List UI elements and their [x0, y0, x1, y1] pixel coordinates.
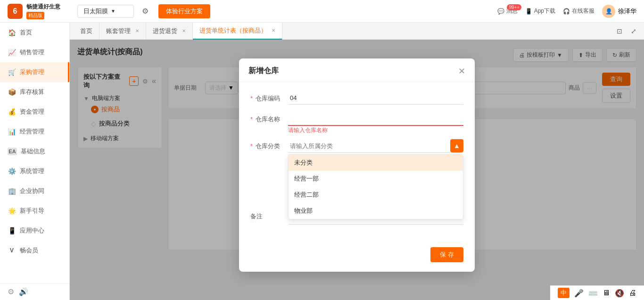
sidebar-item-enterprise[interactable]: 🏢 企业协同: [0, 181, 69, 201]
dialog-overlay: 新增仓库 ✕ * 仓库编码: [70, 40, 644, 300]
tab-accounts-close-icon[interactable]: ✕: [135, 28, 139, 33]
sidebar-item-label: 首页: [20, 28, 32, 37]
sidebar-item-sales[interactable]: 📈 销售管理: [0, 42, 69, 62]
dropdown-item-none[interactable]: 未分类: [289, 155, 463, 171]
online-service-button[interactable]: 🎧 在线客服: [563, 7, 594, 15]
brand-badge: 精品版: [26, 12, 44, 19]
app-download-button[interactable]: 📱 App下载: [525, 7, 555, 15]
sidebar-item-label: 系统管理: [20, 167, 44, 175]
tab-restore-icon[interactable]: ⊡: [613, 25, 626, 38]
header-right: 💬 消息 99++ 📱 App下载 🎧 在线客服 👤 徐泽华: [497, 5, 636, 18]
sidebar-item-operations[interactable]: 📊 经营管理: [0, 122, 69, 142]
form-code-row: * 仓库编码: [250, 92, 463, 105]
sidebar-item-label: 基础信息: [21, 147, 45, 156]
category-input-wrap: ▲: [288, 139, 463, 153]
basic-icon: EA: [8, 148, 17, 155]
app-download-label: App下载: [534, 7, 555, 15]
page-content: 进货单统计(按商品) 🖨 按模板打印 ▼ ⬆ 导出 ↻ 刷新: [70, 40, 644, 300]
username-label: 徐泽华: [618, 7, 636, 16]
keyboard-icon[interactable]: ⌨️: [588, 289, 598, 298]
form-category-row: * 仓库分类 ▲ 未分类: [250, 139, 463, 153]
mute-icon[interactable]: 🔇: [615, 289, 624, 298]
tab-purchase-return-close-icon[interactable]: ✕: [182, 28, 186, 33]
brand-name: 畅捷通好生意: [26, 3, 60, 11]
form-note-label: 备注: [250, 209, 288, 221]
logo-icon: 6: [8, 4, 23, 19]
avatar: 👤: [602, 5, 615, 18]
tab-purchase-return[interactable]: 进货退货 ✕: [146, 23, 193, 40]
guide-icon: 🌟: [8, 207, 16, 215]
save-button[interactable]: 保 存: [430, 247, 463, 262]
sidebar-item-purchase[interactable]: 🛒 采购管理: [0, 62, 69, 82]
tab-expand-icon[interactable]: ⤢: [627, 25, 640, 38]
inventory-icon: 📦: [8, 88, 16, 96]
sidebar-item-label: 应用中心: [20, 226, 44, 235]
brand-info: 畅捷通好生意 精品版: [26, 3, 60, 19]
category-arrow-icon[interactable]: ▲: [450, 139, 463, 152]
category-container: ▲ 未分类 经营一部 经营二部 物业部: [288, 139, 463, 153]
sidebar-item-label: 畅会员: [20, 246, 38, 255]
tab-purchase-stat-close-icon[interactable]: ✕: [272, 28, 275, 33]
tab-purchase-stat-label: 进货单统计表（按商品）: [199, 26, 267, 35]
sidebar-item-finance[interactable]: 💰 资金管理: [0, 102, 69, 122]
message-icon: 💬: [497, 8, 504, 15]
name-error-message: 请输入仓库名称: [288, 126, 328, 134]
messages-button[interactable]: 💬 消息 99++: [497, 7, 518, 15]
tab-accounts[interactable]: 账套管理 ✕: [99, 23, 146, 40]
form-code-label: * 仓库编码: [250, 92, 288, 103]
settings-icon[interactable]: ⚙: [138, 4, 153, 19]
tab-accounts-label: 账套管理: [106, 27, 131, 35]
sidebar-item-label: 经营管理: [20, 127, 44, 136]
sidebar-item-app[interactable]: 📱 应用中心: [0, 221, 69, 241]
online-service-label: 在线客服: [572, 7, 594, 15]
tab-purchase-stat[interactable]: 进货单统计表（按商品） ✕: [193, 23, 282, 40]
sidebar-item-system[interactable]: ⚙️ 系统管理: [0, 161, 69, 181]
form-name-label: * 仓库名称: [250, 112, 288, 124]
tab-bar: 首页 账套管理 ✕ 进货退货 ✕ 进货单统计表（按商品） ✕ ⊡ ⤢: [70, 23, 644, 40]
store-name: 日太阳膜: [83, 7, 108, 16]
finance-icon: 💰: [8, 108, 16, 116]
name-input[interactable]: [288, 112, 463, 126]
dropdown-item-dept3[interactable]: 物业部: [289, 203, 463, 219]
sidebar-item-member[interactable]: V 畅会员: [0, 241, 69, 260]
user-menu[interactable]: 👤 徐泽华: [602, 5, 636, 18]
sidebar: 🏠 首页 📈 销售管理 🛒 采购管理 📦 库存核算 💰 资金管理 📊 经营管理 …: [0, 23, 70, 300]
dropdown-item-dept1[interactable]: 经营一部: [289, 171, 463, 187]
category-input[interactable]: [288, 140, 450, 152]
try-button[interactable]: 体验行业方案: [158, 4, 210, 18]
dialog-header: 新增仓库 ✕: [239, 58, 475, 82]
add-warehouse-dialog: 新增仓库 ✕ * 仓库编码: [239, 58, 475, 272]
settings-bottom-icon[interactable]: ⚙: [8, 287, 14, 296]
phone-icon: 📱: [525, 8, 532, 15]
sidebar-bottom: ⚙ 🔊: [0, 283, 69, 300]
content-area: 首页 账套管理 ✕ 进货退货 ✕ 进货单统计表（按商品） ✕ ⊡ ⤢ 进货单统计…: [70, 23, 644, 300]
sidebar-item-label: 采购管理: [20, 68, 44, 76]
sidebar-item-label: 销售管理: [20, 48, 44, 57]
speaker-icon[interactable]: 🔊: [19, 287, 28, 296]
store-selector[interactable]: 日太阳膜 ▼: [77, 5, 134, 18]
member-icon: V: [8, 246, 16, 255]
tab-right-buttons: ⊡ ⤢: [613, 25, 640, 38]
printer-icon[interactable]: 🖨: [629, 289, 636, 297]
code-input[interactable]: [288, 92, 463, 105]
mic-icon[interactable]: 🎤: [574, 289, 584, 298]
sidebar-item-inventory[interactable]: 📦 库存核算: [0, 82, 69, 102]
form-name-row: * 仓库名称 请输入仓库名称: [250, 112, 463, 126]
enterprise-icon: 🏢: [8, 187, 16, 195]
dialog-footer: 保 存: [239, 242, 475, 272]
tab-home[interactable]: 首页: [74, 23, 99, 40]
dropdown-item-dept2[interactable]: 经营二部: [289, 187, 463, 203]
monitor-icon[interactable]: 🖥: [603, 289, 610, 297]
sidebar-item-guide[interactable]: 🌟 新手引导: [0, 201, 69, 221]
dialog-close-icon[interactable]: ✕: [458, 67, 465, 75]
bottom-bar: 中 🎤 ⌨️ 🖥 🔇 🖨: [550, 285, 644, 300]
app-icon: 📱: [8, 226, 16, 235]
store-chevron-icon: ▼: [111, 8, 116, 14]
headset-icon: 🎧: [563, 8, 570, 15]
dialog-title: 新增仓库: [248, 66, 279, 76]
system-icon: ⚙️: [8, 167, 16, 175]
lang-indicator[interactable]: 中: [558, 288, 570, 298]
sidebar-item-home[interactable]: 🏠 首页: [0, 23, 69, 42]
sidebar-item-basic[interactable]: EA 基础信息: [0, 142, 69, 161]
sidebar-item-label: 新手引导: [20, 207, 44, 215]
